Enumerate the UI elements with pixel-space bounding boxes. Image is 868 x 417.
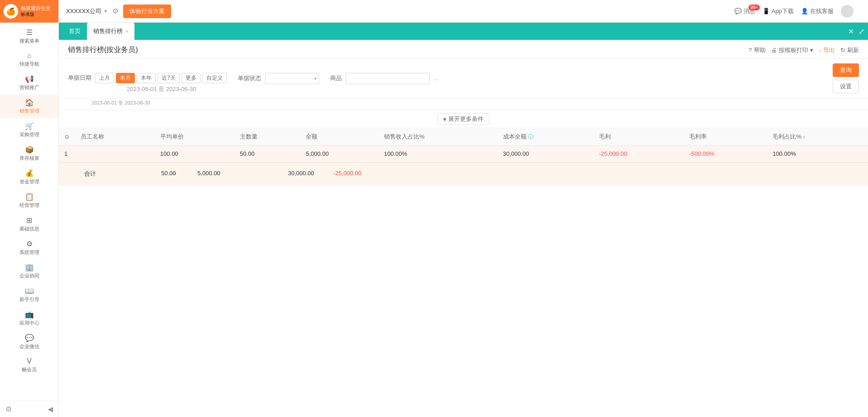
service-icon: 👤 <box>801 8 808 14</box>
page-title: 销售排行榜(按业务员) <box>68 45 138 55</box>
sidebar-item-finance[interactable]: 💰 资金管理 <box>0 165 58 189</box>
tabbar: 首页 销售排行榜 × ✕ ⤢ <box>59 23 868 40</box>
tab-close-all-icon[interactable]: ✕ <box>848 27 854 36</box>
purchase-icon: 🛒 <box>25 122 34 130</box>
footer-cost: 30,000.00 <box>283 167 328 181</box>
print-chevron-icon: ▾ <box>810 47 813 53</box>
help-button[interactable]: ? 帮助 <box>748 46 765 54</box>
sidebar-footer: ⚙ ◀ <box>0 401 58 417</box>
refresh-button[interactable]: ↻ 刷新 <box>840 46 859 54</box>
expand-button[interactable]: ▾ 展开更多条件 <box>437 113 489 125</box>
col-cost: 成本全额 ⓘ <box>498 128 594 146</box>
message-button[interactable]: 💬 消息 99+ <box>734 7 755 15</box>
logo-icon: 🍊 <box>4 4 18 19</box>
tab-sales-ranking[interactable]: 销售排行榜 × <box>87 23 134 40</box>
message-badge: 99+ <box>748 5 760 10</box>
sidebar-item-inventory[interactable]: 📦 库存核算 <box>0 142 58 165</box>
app-icon: 📱 <box>762 8 770 14</box>
table-row: 1 100.00 50.00 5,000.00 100.00% 30,000.0… <box>59 146 868 162</box>
sidebar-item-apps[interactable]: 📺 应用中心 <box>0 307 58 330</box>
sidebar-item-operations[interactable]: 📋 经营管理 <box>0 189 58 212</box>
expand-row: ▾ 展开更多条件 <box>59 110 868 128</box>
col-avg-price: 平均单价 <box>155 128 235 146</box>
date-tab-this-year[interactable]: 本年 <box>137 73 156 83</box>
sidebar-label-enterprise: 企业协同 <box>19 273 39 279</box>
sidebar-item-purchase[interactable]: 🛒 采购管理 <box>0 118 58 142</box>
sidebar-item-basic[interactable]: ⊞ 基础信息 <box>0 212 58 236</box>
date-tab-more[interactable]: 更多 <box>182 73 201 83</box>
more-filter-link[interactable]: ... <box>433 75 438 81</box>
date-tabs: 上月 本月 本年 近7天 更多 自定义 <box>95 73 227 83</box>
collapse-icon[interactable]: ◀ <box>48 405 53 413</box>
operations-icon: 📋 <box>25 192 34 201</box>
query-button[interactable]: 查询 <box>833 63 859 77</box>
goods-input[interactable] <box>345 73 430 84</box>
cell-gross-pct: 100.00% <box>767 146 868 162</box>
tab-bar-right: ✕ ⤢ <box>848 27 864 36</box>
cell-revenue-pct: 100.00% <box>379 146 498 162</box>
filter-bar: 单据日期 上月 本月 本年 近7天 更多 自定义 单据状态 <box>59 59 868 98</box>
sidebar-label-shortcuts: 快捷导航 <box>19 61 39 67</box>
tab-home[interactable]: 首页 <box>62 23 87 40</box>
tab-close-icon[interactable]: × <box>125 29 128 34</box>
trial-button[interactable]: 体验行业方案 <box>123 5 171 18</box>
print-label: 按模板打印 <box>779 46 808 54</box>
sidebar: 🍊 畅康通好生意 标准版 ☰ 搜索菜单 ⌂ 快捷导航 📢 营销推广 🏠 销售管理… <box>0 0 59 417</box>
sidebar-item-member[interactable]: V 畅会员 <box>0 354 58 377</box>
sidebar-label-search: 搜索菜单 <box>19 38 39 44</box>
online-service-button[interactable]: 👤 在线客服 <box>801 7 834 15</box>
sidebar-nav: ☰ 搜索菜单 ⌂ 快捷导航 📢 营销推广 🏠 销售管理 🛒 采购管理 📦 库存核… <box>0 23 58 401</box>
export-button[interactable]: ↓ 导出 <box>819 46 835 54</box>
table-footer: 合计 50.00 5,000.00 30,000.00 -25,000.00 <box>59 162 868 185</box>
avatar[interactable] <box>841 5 854 18</box>
date-filter-label: 单据日期 <box>68 74 91 82</box>
app-label: App下载 <box>772 7 794 15</box>
sidebar-logo: 🍊 畅康通好生意 标准版 <box>0 0 58 23</box>
status-select[interactable] <box>265 73 319 84</box>
expand-chevron-icon: ▾ <box>443 116 446 123</box>
main-area: XXXXXX公司 ▼ ⚙ 体验行业方案 💬 消息 99+ 📱 App下载 👤 在… <box>59 0 868 417</box>
topbar-settings-icon[interactable]: ⚙ <box>112 7 119 15</box>
logo-title: 畅康通好生意 <box>21 5 51 11</box>
tab-home-label: 首页 <box>69 27 81 35</box>
date-range-display: 2023-06-01 至 2023-06-30 <box>127 85 196 93</box>
date-tab-last-month[interactable]: 上月 <box>95 73 114 83</box>
footer-label: 合计 <box>79 167 120 181</box>
guide-icon: 📖 <box>25 287 34 295</box>
sidebar-item-shortcuts[interactable]: ⌂ 快捷导航 <box>0 48 58 71</box>
sidebar-item-guide[interactable]: 📖 新手引导 <box>0 283 58 307</box>
status-select-wrapper: ▾ <box>265 73 319 84</box>
date-tab-7days[interactable]: 近7天 <box>158 73 180 83</box>
sidebar-label-sales: 销售管理 <box>19 108 39 115</box>
settings-button[interactable]: 设置 <box>833 80 859 93</box>
sidebar-item-enterprise[interactable]: 🏢 企业协同 <box>0 259 58 283</box>
sidebar-item-search[interactable]: ☰ 搜索菜单 <box>0 24 58 48</box>
tab-restore-icon[interactable]: ⤢ <box>858 27 864 36</box>
sidebar-label-system: 系统管理 <box>19 249 39 256</box>
print-button[interactable]: 🖨 按模板打印 ▾ <box>771 46 813 54</box>
cell-name <box>75 146 155 162</box>
company-selector[interactable]: XXXXXX公司 ▼ <box>66 7 108 15</box>
col-gross-pct: 毛利占比% ↕ <box>767 128 868 146</box>
date-tab-this-month[interactable]: 本月 <box>116 73 135 83</box>
cell-amount: 5,000.00 <box>300 146 379 162</box>
sidebar-item-wechat[interactable]: 💬 企业微信 <box>0 330 58 354</box>
sidebar-item-marketing[interactable]: 📢 营销推广 <box>0 71 58 95</box>
cell-qty: 50.00 <box>235 146 301 162</box>
sidebar-label-basic: 基础信息 <box>19 225 39 232</box>
date-filter-group: 单据日期 上月 本月 本年 近7天 更多 自定义 <box>68 73 227 83</box>
date-range-text: 2023-06-01 至 2023-06-30 <box>127 86 196 92</box>
settings-footer-icon[interactable]: ⚙ <box>5 405 12 413</box>
app-download-button[interactable]: 📱 App下载 <box>762 7 794 15</box>
cost-info-icon[interactable]: ⓘ <box>528 134 533 140</box>
sidebar-item-sales[interactable]: 🏠 销售管理 <box>0 95 58 118</box>
date-tab-custom[interactable]: 自定义 <box>202 73 227 83</box>
topbar-right: 💬 消息 99+ 📱 App下载 👤 在线客服 <box>734 5 861 18</box>
footer-avg-price <box>120 167 156 181</box>
col-settings[interactable]: ⚙ <box>59 128 75 146</box>
col-revenue-pct: 销售收入占比% <box>379 128 498 146</box>
sidebar-item-system[interactable]: ⚙ 系统管理 <box>0 236 58 259</box>
sidebar-label-inventory: 库存核算 <box>19 155 39 162</box>
sidebar-label-marketing: 营销推广 <box>19 84 39 91</box>
sidebar-label-wechat: 企业微信 <box>19 343 39 350</box>
